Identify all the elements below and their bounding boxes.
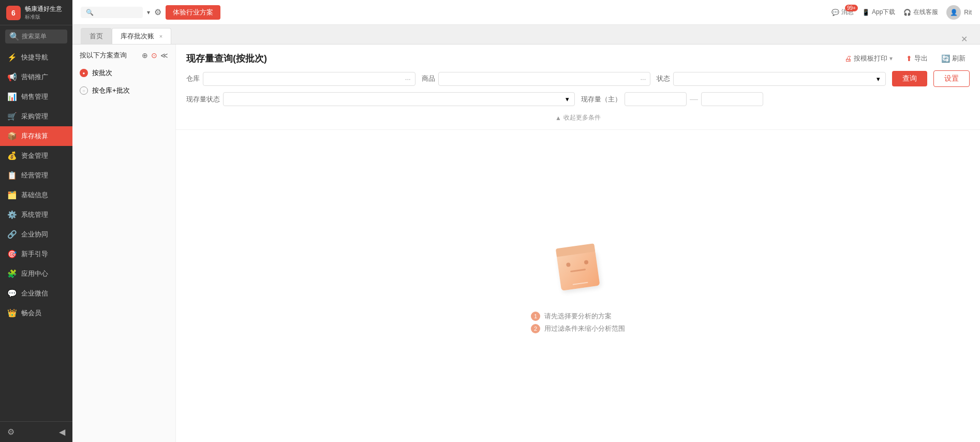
sidebar-item-basic[interactable]: 🗂️ 基础信息 bbox=[0, 185, 72, 205]
topbar: 🔍 ▾ ⚙ 体验行业方案 💬 消息 99+ 📱 App下载 🎧 在线客服 bbox=[72, 0, 980, 25]
stock-status-label: 现存量状态 bbox=[186, 95, 220, 104]
export-label: 导出 bbox=[914, 54, 928, 63]
stock-qty-min-input[interactable] bbox=[625, 92, 687, 106]
sidebar-item-system[interactable]: ⚙️ 系统管理 bbox=[0, 205, 72, 225]
topbar-gear-icon[interactable]: ⚙ bbox=[154, 7, 161, 17]
settings-button[interactable]: 设置 bbox=[933, 70, 970, 87]
sidebar-item-label: 畅会员 bbox=[21, 308, 41, 318]
filter-item-by-warehouse-batch[interactable]: ○ 按仓库+批次 bbox=[72, 82, 175, 99]
settings-filter-icon[interactable]: ⊙ bbox=[151, 51, 157, 60]
app-download-icon: 📱 bbox=[862, 9, 870, 16]
filter-item-by-batch[interactable]: ● 按批次 bbox=[72, 64, 175, 82]
online-service-label: 在线客服 bbox=[913, 8, 938, 17]
add-filter-icon[interactable]: ⊕ bbox=[142, 51, 148, 60]
finance-icon: 💰 bbox=[7, 151, 17, 160]
sidebar-item-label: 系统管理 bbox=[21, 210, 48, 219]
online-service-item[interactable]: 🎧 在线客服 bbox=[903, 8, 938, 17]
filter-panel-title: 按以下方案查询 bbox=[80, 51, 127, 60]
print-dropdown-icon[interactable]: ▾ bbox=[889, 55, 893, 62]
stock-status-select[interactable]: ▾ bbox=[223, 92, 575, 106]
sidebar-search-label: 搜索菜单 bbox=[22, 32, 47, 41]
collapse-filter-icon[interactable]: ≪ bbox=[160, 51, 168, 60]
empty-hint-1: 1 请先选择要分析的方案 bbox=[531, 312, 625, 321]
sidebar-item-finance[interactable]: 💰 资金管理 bbox=[0, 146, 72, 166]
print-template-btn[interactable]: 🖨 按模板打印 ▾ bbox=[840, 52, 897, 65]
tab-close-icon[interactable]: × bbox=[159, 33, 162, 39]
sidebar-item-enterprise[interactable]: 🔗 企业协同 bbox=[0, 225, 72, 244]
empty-illustration bbox=[547, 239, 609, 301]
sidebar-item-inventory[interactable]: 📦 库存核算 bbox=[0, 126, 72, 146]
sidebar-item-newbie[interactable]: 🎯 新手引导 bbox=[0, 244, 72, 264]
status-select-arrow: ▾ bbox=[877, 75, 880, 83]
page-header: 现存量查询(按批次) 🖨 按模板打印 ▾ ⬆ 导出 🔄 刷新 bbox=[176, 45, 980, 70]
sidebar-search[interactable]: 🔍 搜索菜单 bbox=[5, 30, 67, 43]
quick-nav-icon: ⚡ bbox=[7, 53, 17, 62]
sidebar-item-label: 企业微信 bbox=[21, 289, 48, 298]
sidebar-item-wechat[interactable]: 💬 企业微信 bbox=[0, 284, 72, 303]
marketing-icon: 📢 bbox=[7, 72, 17, 82]
tab-inventory-batch[interactable]: 库存批次账 × bbox=[112, 28, 171, 44]
sidebar-item-purchase[interactable]: 🛒 采购管理 bbox=[0, 107, 72, 126]
brand-info: 畅康通好生意 标准版 bbox=[25, 5, 62, 21]
topbar-dropdown-icon[interactable]: ▾ bbox=[147, 9, 150, 16]
vip-icon: 👑 bbox=[7, 308, 17, 318]
settings-footer-icon[interactable]: ⚙ bbox=[7, 427, 14, 437]
stock-qty-max-input[interactable] bbox=[701, 92, 763, 106]
sidebar-item-apps[interactable]: 🧩 应用中心 bbox=[0, 264, 72, 284]
inventory-icon: 📦 bbox=[7, 131, 17, 141]
messages-item[interactable]: 💬 消息 99+ bbox=[831, 8, 854, 17]
sidebar-item-marketing[interactable]: 📢 营销推广 bbox=[0, 67, 72, 87]
sidebar-header: 6 畅康通好生意 标准版 bbox=[0, 0, 72, 25]
operations-icon: 📋 bbox=[7, 171, 17, 180]
messages-icon: 💬 bbox=[831, 9, 839, 16]
status-label: 状态 bbox=[657, 74, 670, 83]
page-header-actions: 🖨 按模板打印 ▾ ⬆ 导出 🔄 刷新 bbox=[840, 52, 970, 65]
status-select[interactable]: ▾ bbox=[673, 72, 886, 86]
filter-item-label: 按仓库+批次 bbox=[92, 86, 130, 95]
query-button[interactable]: 查询 bbox=[892, 71, 927, 86]
search-icon: 🔍 bbox=[9, 32, 20, 41]
sidebar-item-label: 营销推广 bbox=[21, 72, 48, 82]
sidebar-item-sales[interactable]: 📊 销售管理 bbox=[0, 87, 72, 107]
collapse-sidebar-icon[interactable]: ◀ bbox=[59, 427, 65, 437]
sidebar-item-label: 经营管理 bbox=[21, 171, 48, 180]
online-service-icon: 🎧 bbox=[903, 9, 911, 16]
basic-icon: 🗂️ bbox=[7, 190, 17, 200]
stock-qty-divider: — bbox=[690, 95, 698, 104]
tab-list: 首页 库存批次账 × bbox=[81, 28, 956, 44]
refresh-btn[interactable]: 🔄 刷新 bbox=[937, 52, 970, 65]
topbar-search-box[interactable]: 🔍 bbox=[81, 7, 143, 18]
collapse-conditions-btn[interactable]: ▲ 收起更多条件 bbox=[186, 111, 970, 124]
warehouse-label: 仓库 bbox=[186, 74, 200, 83]
panel-close-icon[interactable]: ✕ bbox=[957, 34, 972, 44]
hint-text-2: 用过滤条件来缩小分析范围 bbox=[544, 324, 625, 333]
hint-num-1: 1 bbox=[531, 312, 540, 321]
trial-btn[interactable]: 体验行业方案 bbox=[166, 5, 220, 20]
app-download-item[interactable]: 📱 App下载 bbox=[862, 8, 895, 17]
stock-status-arrow: ▾ bbox=[566, 95, 569, 103]
warehouse-input[interactable]: ··· bbox=[203, 72, 415, 86]
sidebar-footer: ⚙ ◀ bbox=[0, 421, 72, 442]
sidebar-item-label: 基础信息 bbox=[21, 190, 48, 200]
refresh-icon: 🔄 bbox=[941, 54, 950, 63]
sidebar-item-quick-nav[interactable]: ⚡ 快捷导航 bbox=[0, 48, 72, 67]
page-content: 按以下方案查询 ⊕ ⊙ ≪ ● 按批次 ○ 按仓库+批次 bbox=[72, 45, 980, 442]
sidebar-item-label: 应用中心 bbox=[21, 269, 48, 278]
chevron-up-icon: ▲ bbox=[555, 114, 561, 122]
product-input[interactable]: ··· bbox=[438, 72, 651, 86]
topbar-search-icon: 🔍 bbox=[86, 9, 94, 16]
search-form: 仓库 ··· 商品 ··· bbox=[176, 70, 980, 130]
system-icon: ⚙️ bbox=[7, 210, 17, 219]
export-btn[interactable]: ⬆ 导出 bbox=[902, 52, 932, 65]
tabbar: 首页 库存批次账 × ✕ bbox=[72, 25, 980, 45]
newbie-icon: 🎯 bbox=[7, 249, 17, 259]
user-area[interactable]: 👤 Rit bbox=[946, 5, 972, 20]
tab-home[interactable]: 首页 bbox=[81, 28, 112, 44]
brand-name: 畅康通好生意 bbox=[25, 5, 62, 13]
search-row-1: 仓库 ··· 商品 ··· bbox=[186, 70, 970, 87]
topbar-left: 🔍 ▾ ⚙ 体验行业方案 bbox=[81, 5, 826, 20]
sidebar-item-label: 企业协同 bbox=[21, 230, 48, 239]
sidebar-item-operations[interactable]: 📋 经营管理 bbox=[0, 166, 72, 185]
sidebar-item-vip[interactable]: 👑 畅会员 bbox=[0, 303, 72, 323]
export-icon: ⬆ bbox=[906, 54, 912, 63]
